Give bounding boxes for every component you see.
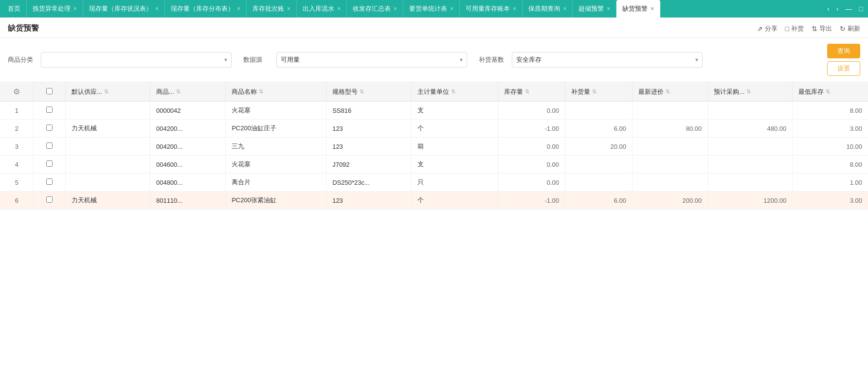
refresh-icon: ↻ [840,25,846,33]
tab-expiry-query[interactable]: 保质期查询 × [523,0,573,18]
window-maximize-button[interactable]: □ [856,3,866,15]
row-unit-6: 个 [412,192,498,210]
tab-ledger-close[interactable]: × [513,5,516,12]
row-purchase-4 [708,156,793,174]
row-checkbox-2[interactable] [46,124,53,131]
row-checkbox-5[interactable] [46,178,53,185]
col-header-unit[interactable]: 主计量单位 ⇅ [412,82,498,102]
tab-prev-button[interactable]: ‹ [824,3,832,15]
row-seq-1: 1 [0,102,34,120]
row-code-5: 004800... [150,174,225,192]
filter-row: 商品分类 ▾ 数据源 可用量 ▾ 补货基数 安全库存 ▾ 查询 设置 [0,38,868,82]
table-row: 3 004200... 三九 123 箱 0.00 20.00 10.00 [0,138,868,156]
row-seq-4: 4 [0,156,34,174]
row-name-2: PC200油缸庄子 [226,120,326,138]
select-all-checkbox[interactable] [46,88,53,94]
col-header-name[interactable]: 商品名称 ⇅ [226,82,326,102]
row-price-6: 200.00 [633,192,708,210]
row-checkbox-4[interactable] [46,160,53,167]
col-header-minstock[interactable]: 最低库存 ⇅ [793,82,868,102]
share-button[interactable]: ⇗ 分享 [757,24,778,33]
row-minstock-6: 3.00 [793,192,868,210]
row-check-1[interactable] [34,102,66,120]
row-check-5[interactable] [34,174,66,192]
tab-shortage-warning[interactable]: 缺货预警 × [616,0,660,18]
table-settings-icon[interactable]: ⚙ [13,88,20,96]
replenish-base-select[interactable]: 安全库存 ▾ [512,52,703,68]
data-table: ⚙ 默认供应... ⇅ 商品... ⇅ [0,82,868,210]
col-header-supplier[interactable]: 默认供应... ⇅ [66,82,150,102]
tab-batch-account[interactable]: 库存批次账 × [247,0,297,18]
tab-next-button[interactable]: › [833,3,842,15]
datasource-select-value: 可用量 [281,55,300,64]
col-header-purchase[interactable]: 预计采购... ⇅ [708,82,793,102]
window-minimize-button[interactable]: — [843,3,855,15]
col-header-spec[interactable]: 规格型号 ⇅ [326,82,412,102]
table-body: 1 0000042 火花塞 SS816 支 0.00 8.00 2 力天机械 0… [0,102,868,210]
row-replenish-3: 20.00 [565,138,633,156]
tab-overstock-close[interactable]: × [607,5,610,12]
tab-abnormal-close[interactable]: × [73,5,77,12]
tab-inventory-dist[interactable]: 现存量（库存分布表） × [165,0,247,18]
table-row: 2 力天机械 004200... PC200油缸庄子 123 个 -1.00 6… [0,120,868,138]
spec-sort-icon: ⇅ [360,88,364,95]
col-header-check[interactable] [34,82,66,102]
tab-inventory-status[interactable]: 现存量（库存状况表） × [83,0,165,18]
col-header-replenish[interactable]: 补货量 ⇅ [565,82,633,102]
row-minstock-5: 1.00 [793,174,868,192]
tab-demand-stats[interactable]: 要货单统计表 × [403,0,460,18]
row-spec-5: DS250*23c... [326,174,412,192]
row-supplier-5 [66,174,150,192]
tab-inventory-dist-close[interactable]: × [237,5,240,12]
header-actions: ⇗ 分享 □ 补货 ⇅ 导出 ↻ 刷新 [757,24,860,33]
category-select-arrow: ▾ [224,56,227,63]
row-check-4[interactable] [34,156,66,174]
tab-overstock-warning[interactable]: 超储预警 × [573,0,616,18]
settings-button[interactable]: 设置 [827,61,860,76]
price-sort-icon: ⇅ [666,88,670,95]
row-check-6[interactable] [34,192,66,210]
row-checkbox-6[interactable] [46,196,53,203]
tab-shortage-close[interactable]: × [651,5,654,12]
row-check-2[interactable] [34,120,66,138]
col-header-code[interactable]: 商品... ⇅ [150,82,225,102]
tab-batch-close[interactable]: × [287,5,290,12]
row-checkbox-3[interactable] [46,142,53,149]
row-supplier-4 [66,156,150,174]
tab-recv-close[interactable]: × [394,5,397,12]
row-name-4: 火花塞 [226,156,326,174]
refresh-button[interactable]: ↻ 刷新 [840,24,860,33]
row-unit-2: 个 [412,120,498,138]
row-checkbox-1[interactable] [46,106,53,113]
replenish-base-value: 安全库存 [516,55,542,64]
tab-home[interactable]: 首页 [2,0,27,18]
page-header: 缺货预警 ⇗ 分享 □ 补货 ⇅ 导出 ↻ 刷新 [0,18,868,38]
tab-available-ledger[interactable]: 可用量库存账本 × [460,0,523,18]
row-purchase-2: 480.00 [708,120,793,138]
row-seq-5: 5 [0,174,34,192]
row-purchase-3 [708,138,793,156]
row-code-3: 004200... [150,138,225,156]
row-purchase-1 [708,102,793,120]
tab-expiry-close[interactable]: × [563,5,566,12]
row-check-3[interactable] [34,138,66,156]
category-select[interactable]: ▾ [41,52,232,68]
col-header-stock[interactable]: 库存量 ⇅ [498,82,565,102]
tab-inout-flow[interactable]: 出入库流水 × [297,0,347,18]
tab-recv-summary[interactable]: 收发存汇总表 × [347,0,403,18]
datasource-select[interactable]: 可用量 ▾ [276,52,467,68]
col-header-settings[interactable]: ⚙ [0,82,34,102]
col-header-price[interactable]: 最新进价 ⇅ [633,82,708,102]
tab-inout-close[interactable]: × [337,5,341,12]
query-button[interactable]: 查询 [827,44,860,58]
row-unit-4: 支 [412,156,498,174]
export-button[interactable]: ⇅ 导出 [812,24,832,33]
tab-demand-close[interactable]: × [450,5,453,12]
replenish-button[interactable]: □ 补货 [785,24,804,33]
category-filter-group: 商品分类 ▾ [8,52,232,68]
row-unit-1: 支 [412,102,498,120]
tab-abnormal[interactable]: 拣货异常处理 × [27,0,83,18]
row-supplier-1 [66,102,150,120]
row-name-3: 三九 [226,138,326,156]
tab-inventory-status-close[interactable]: × [155,5,159,12]
